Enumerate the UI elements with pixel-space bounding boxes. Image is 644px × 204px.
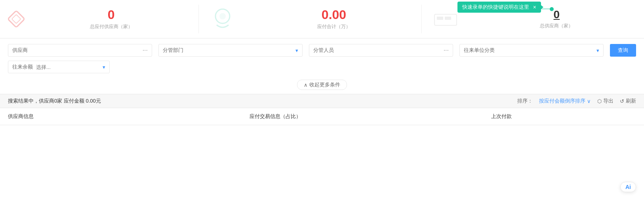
payable-suppliers-count: 0 [108,8,115,22]
supplier-label: 供应商 [12,47,28,54]
person-more-icon[interactable]: ··· [444,47,449,54]
filter-row-1: 供应商 ··· 分管部门 ▾ 分管人员 ··· 往来单位分类 ▾ 查询 [8,44,636,57]
ai-badge[interactable]: Ai [620,182,636,192]
filter-section: 供应商 ··· 分管部门 ▾ 分管人员 ··· 往来单位分类 ▾ 查询 往来余额… [0,38,644,94]
diamond-icon [6,9,26,29]
stat-total-payable-suppliers: 0 总应付供应商（家） [0,5,199,33]
payable-suppliers-label: 总应付供应商（家） [90,23,133,30]
results-info: 搜索结果中，供应商0家 应付金额 0.00元 [8,97,101,105]
refresh-icon: ↺ [620,98,624,104]
export-label: 导出 [603,97,614,105]
table-header: 供应商信息 应付交易信息（占比） 上次付款 [0,108,644,125]
sort-label: 排序： [517,97,533,105]
sort-arrow-icon: ∨ [587,98,591,104]
tooltip-dot [550,7,554,11]
unit-class-input[interactable] [498,48,596,53]
person-input[interactable] [337,48,444,53]
dept-label: 分管部门 [163,47,183,54]
sort-value: 按应付会额倒序排序 [539,97,585,105]
svg-rect-6 [445,17,451,20]
table-body [0,125,644,204]
filter-row-2: 往来余额 ▾ [8,61,636,73]
results-actions: 排序： 按应付会额倒序排序 ∨ ⬡ 导出 ↺ 刷新 [517,97,636,105]
tooltip-text: 快速录单的快捷键说明在这里 [462,4,529,11]
person-label: 分管人员 [313,47,334,54]
svg-rect-1 [12,15,21,24]
supplier-input[interactable] [31,48,143,53]
col-supplier-info: 供应商信息 [8,113,250,120]
collapse-button[interactable]: ∧ 收起更多条件 [297,80,347,90]
stat-payable-total: 0.00 应付合计（万） [246,5,421,33]
balance-input[interactable] [36,64,103,70]
col-trade-info: 应付交易信息（占比） [250,113,491,120]
refresh-button[interactable]: ↺ 刷新 [620,97,636,105]
unit-class-filter: 往来单位分类 ▾ [459,44,604,57]
sort-select[interactable]: 按应付会额倒序排序 ∨ [539,97,591,105]
collapse-label: 收起更多条件 [309,81,340,88]
payable-total-label: 应付合计（万） [317,23,351,30]
dept-dropdown-icon[interactable]: ▾ [295,48,298,53]
center-icon [199,5,246,33]
collapse-bar: ∧ 收起更多条件 [8,77,636,94]
supplier-more-icon[interactable]: ··· [143,47,148,54]
stats-bar: 0 总应付供应商（家） 0.00 应付合计（万） 快速录单的快捷键说明在这里 ×… [0,0,644,38]
results-bar: 搜索结果中，供应商0家 应付金额 0.00元 排序： 按应付会额倒序排序 ∨ ⬡… [0,94,644,108]
svg-point-3 [219,13,226,19]
payable-amount: 0.00 [322,8,346,22]
balance-dropdown-icon[interactable]: ▾ [103,64,105,70]
total-suppliers-label: 总供应商（家） [540,23,573,29]
query-button[interactable]: 查询 [610,44,636,57]
export-icon: ⬡ [597,98,602,104]
dept-filter: 分管部门 ▾ [158,44,303,57]
tooltip-close-button[interactable]: × [533,4,536,10]
collapse-icon: ∧ [304,82,308,88]
unit-class-dropdown-icon[interactable]: ▾ [596,48,599,53]
svg-rect-5 [437,17,443,20]
unit-class-label: 往来单位分类 [464,47,495,54]
right-icon-area [422,11,469,27]
balance-label: 往来余额 [12,63,33,71]
refresh-label: 刷新 [626,97,636,105]
svg-rect-0 [8,11,25,27]
person-filter: 分管人员 ··· [309,44,453,57]
dept-input[interactable] [187,48,295,53]
supplier-filter: 供应商 ··· [8,44,152,57]
balance-filter: 往来余额 ▾ [8,61,110,73]
col-last-payment: 上次付款 [491,113,636,120]
shortcut-tooltip: 快速录单的快捷键说明在这里 × [457,2,541,13]
total-suppliers-count: 0 [554,9,560,21]
export-button[interactable]: ⬡ 导出 [597,97,614,105]
